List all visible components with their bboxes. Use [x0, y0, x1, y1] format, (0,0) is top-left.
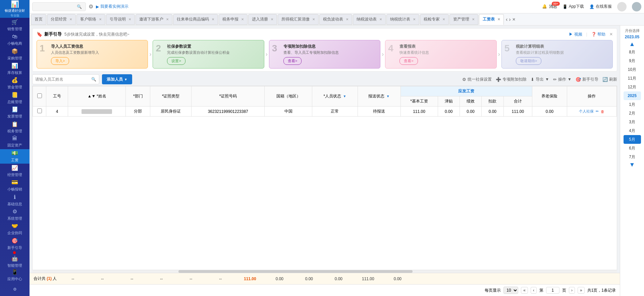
sidebar-item-salary[interactable]: 💵 工资: [0, 149, 30, 164]
topbar-demo-btn[interactable]: ▶ 我要看实例演示: [96, 4, 128, 9]
step-5-btn[interactable]: 敬请期待>: [516, 57, 541, 65]
special-deduction-btn[interactable]: ➕ 专项附加扣除: [496, 77, 527, 82]
tab-product-code-close[interactable]: ✕: [212, 17, 214, 21]
next-page-btn[interactable]: ›: [569, 287, 575, 294]
sidebar-item-finance[interactable]: 💰 资金管理: [0, 76, 30, 91]
month-1[interactable]: 1月: [624, 100, 641, 109]
tab-customer[interactable]: 客户联络 ✕: [76, 14, 105, 25]
tab-tax-expert-close[interactable]: ✕: [442, 17, 445, 21]
guide-help-link[interactable]: ❓ 帮助: [591, 32, 605, 37]
tab-tax-fluctuation[interactable]: 纳税波动表 ✕: [353, 14, 386, 25]
sidebar-item-cooperation[interactable]: 🤝 企业协同: [0, 222, 30, 237]
scrollbar-thumb[interactable]: [178, 270, 413, 273]
row-delete-btn[interactable]: 🗑: [601, 110, 604, 114]
month-11[interactable]: 11月: [624, 74, 641, 83]
sidebar-item-purchase[interactable]: 📦 采购管理: [0, 47, 30, 61]
last-page-btn[interactable]: »: [578, 287, 585, 294]
tab-tax-stat-close[interactable]: ✕: [413, 17, 416, 21]
refresh-btn[interactable]: 🔄 刷新: [602, 77, 617, 82]
sidebar-item-operations[interactable]: 📈 经营管理: [0, 164, 30, 178]
tab-asset-mgmt[interactable]: 资产管理 ✕: [449, 14, 478, 25]
month-10[interactable]: 10月: [624, 65, 641, 74]
export-btn[interactable]: ⬇ 导出 ▼: [531, 77, 549, 82]
tab-tax-report-close[interactable]: ✕: [241, 17, 244, 21]
tab-guide-info-close[interactable]: ✕: [128, 17, 131, 21]
guide-close-btn[interactable]: ✕: [609, 32, 613, 37]
month-5[interactable]: 5月: [624, 135, 641, 144]
sidebar-item-tax[interactable]: 📋 税务管理: [0, 120, 30, 134]
tab-close-all[interactable]: ✕: [512, 17, 516, 22]
tab-product-code[interactable]: 往来单位商品编码 ✕: [173, 14, 218, 25]
sidebar-item-assets[interactable]: 🏛 固定资产: [0, 134, 30, 149]
tab-asset-mgmt-close[interactable]: ✕: [472, 17, 475, 21]
social-insurance-settings-btn[interactable]: ⚙ 统一社保设置: [462, 77, 492, 82]
first-page-btn[interactable]: «: [521, 287, 528, 294]
month-2[interactable]: 2月: [624, 109, 641, 118]
per-page-select[interactable]: 10 20 50: [503, 287, 518, 294]
sidebar-item-ecommerce[interactable]: 🛍 小畅电商: [0, 32, 30, 47]
tab-tax-burden-close[interactable]: ✕: [346, 17, 348, 21]
page-number-input[interactable]: [546, 287, 559, 294]
tab-guide-info[interactable]: 引导说明 ✕: [106, 14, 135, 25]
newbie-guide-btn[interactable]: 🎯 新手引导: [576, 77, 598, 82]
tab-layered-close[interactable]: ✕: [69, 17, 72, 21]
col-checkbox-header[interactable]: [33, 86, 46, 107]
sidebar-item-guide[interactable]: 🎯 新手引导: [0, 237, 30, 251]
tab-salary-table-close[interactable]: ✕: [497, 17, 500, 21]
tab-salary-table[interactable]: 工资表 ✕: [479, 14, 504, 25]
tab-tax-stat[interactable]: 纳税统计表 ✕: [386, 14, 419, 25]
operations-btn[interactable]: ✏ 操作 ▼: [553, 77, 572, 82]
row-checkbox[interactable]: [37, 109, 42, 113]
employee-search-box[interactable]: 🔍: [32, 74, 99, 84]
user-avatar-2[interactable]: [632, 2, 641, 11]
step-1-btn[interactable]: 导入>: [51, 57, 69, 65]
month-4[interactable]: 4月: [624, 126, 641, 135]
horizontal-scrollbar[interactable]: [32, 270, 617, 273]
month-year-2025[interactable]: 2025: [624, 91, 641, 100]
topbar-search-input[interactable]: [35, 4, 75, 9]
tab-layered[interactable]: 分层经营 ✕: [47, 14, 76, 25]
tab-income-tax-close[interactable]: ✕: [312, 17, 315, 21]
tab-tax-fluctuation-close[interactable]: ✕: [379, 17, 382, 21]
month-6[interactable]: 6月: [624, 144, 641, 153]
tab-nav-next[interactable]: ›: [509, 16, 511, 23]
tab-customer-close[interactable]: ✕: [99, 17, 102, 21]
app-download-btn[interactable]: 📱 App下载: [562, 4, 584, 9]
tab-nav-prev[interactable]: ‹: [506, 16, 507, 23]
online-service-btn[interactable]: 👤 在线客服: [589, 4, 612, 9]
month-9[interactable]: 9月: [624, 56, 641, 65]
tab-income-tax[interactable]: 所得税汇算清缴 ✕: [278, 14, 319, 25]
step-4-btn[interactable]: 查看>: [399, 57, 418, 65]
month-nav-down[interactable]: ▼: [629, 161, 635, 168]
tab-tax-report[interactable]: 税务申报 ✕: [219, 14, 248, 25]
notification-btn[interactable]: 🔔 99+ 消息: [542, 4, 557, 9]
step-2-btn[interactable]: 设置>: [167, 57, 185, 65]
sidebar-settings-btn[interactable]: ⚙: [0, 283, 30, 296]
month-12[interactable]: 12月: [624, 83, 641, 91]
sidebar-item-apps[interactable]: 📱 应用中心: [0, 268, 30, 283]
row-edit-btn[interactable]: ✏: [596, 109, 599, 114]
tab-clearance-close[interactable]: ✕: [271, 17, 273, 21]
sidebar-item-basic-info[interactable]: ℹ 基础信息: [0, 193, 30, 207]
sidebar-item-invoice[interactable]: 🧾 发票管理: [0, 105, 30, 120]
step-3-btn[interactable]: 查看>: [283, 57, 302, 65]
sidebar-item-sales[interactable]: 🛒 销售管理: [0, 18, 30, 32]
tab-invite-close[interactable]: ✕: [166, 17, 169, 21]
add-employee-btn[interactable]: 添加人员 ▼: [102, 74, 132, 84]
tab-tax-burden[interactable]: 税负波动表 ✕: [319, 14, 352, 25]
personal-social-insurance-btn[interactable]: 个人社保: [579, 109, 594, 114]
user-avatar[interactable]: [617, 2, 627, 11]
sidebar-item-ledger[interactable]: 📒 总账管理: [0, 91, 30, 105]
report-filter-icon[interactable]: ▼: [386, 94, 390, 98]
tab-invite[interactable]: 邀请下游客户 ✕: [136, 14, 172, 25]
row-checkbox-cell[interactable]: [33, 107, 46, 117]
month-3[interactable]: 3月: [624, 118, 641, 126]
tab-clearance[interactable]: 进入清册 ✕: [248, 14, 277, 25]
month-7[interactable]: 7月: [624, 153, 641, 161]
sidebar-item-system[interactable]: ⚙ 系统管理: [0, 207, 30, 222]
topbar-search-box[interactable]: 🔍: [32, 2, 86, 11]
employee-search-input[interactable]: [35, 77, 90, 82]
month-nav-up[interactable]: ▲: [629, 41, 635, 48]
sidebar-item-inventory[interactable]: 📊 库存核算: [0, 61, 30, 76]
guide-video-link[interactable]: ▶ 视频: [569, 32, 582, 37]
